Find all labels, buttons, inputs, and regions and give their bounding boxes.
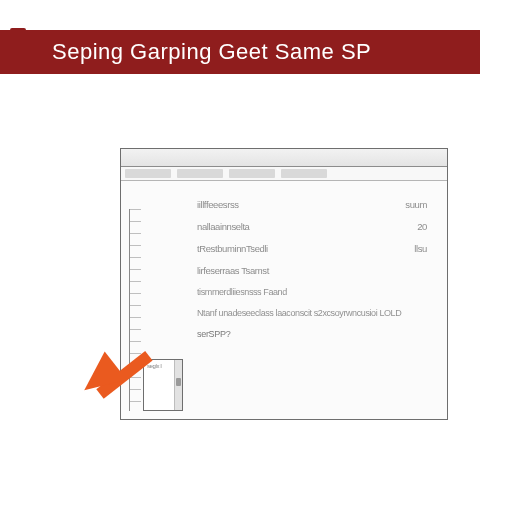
settings-row: nallaainnselta 20 [197,221,427,232]
panel-gutter: seglx I [129,209,185,411]
title-text: Seping Garping Geet Same SP [52,39,371,65]
row-key: lirfeserraas Tsamst [197,265,269,276]
row-val: 20 [417,221,427,232]
panel-toolbar [121,149,447,167]
mini-scrollbox[interactable]: seglx I [143,359,183,411]
row-key: iillffeeesrss [197,199,239,210]
settings-row: tRestbuminnTsedli llsu [197,243,427,254]
row-val: suum [405,199,427,210]
settings-row: lirfeserraas Tsamst [197,265,427,276]
row-key: tismmerdliiesnsss Faand [197,287,427,297]
row-key: tRestbuminnTsedli [197,243,268,254]
settings-row: Ntanf unadeseeclass laaconscit s2xcsoyrw… [197,308,427,318]
tab[interactable] [125,169,171,178]
settings-panel: seglx I iillffeeesrss suum nallaainnselt… [120,148,448,420]
title-bar: Seping Garping Geet Same SP [0,30,480,74]
panel-content: seglx I iillffeeesrss suum nallaainnselt… [121,181,447,419]
row-key: nallaainnselta [197,221,250,232]
scrollbar-thumb[interactable] [176,378,181,386]
panel-tabstrip[interactable] [121,167,447,181]
ruler [129,209,141,411]
row-key: Ntanf unadeseeclass laaconscit s2xcsoyrw… [197,308,427,318]
row-val: llsu [414,243,427,254]
tab[interactable] [229,169,275,178]
tab[interactable] [281,169,327,178]
tab[interactable] [177,169,223,178]
settings-row: iillffeeesrss suum [197,199,427,210]
mini-scrollbox-text: seglx I [147,363,172,370]
settings-row: tismmerdliiesnsss Faand [197,287,427,297]
panel-foot-label: serSPP? [197,329,427,339]
